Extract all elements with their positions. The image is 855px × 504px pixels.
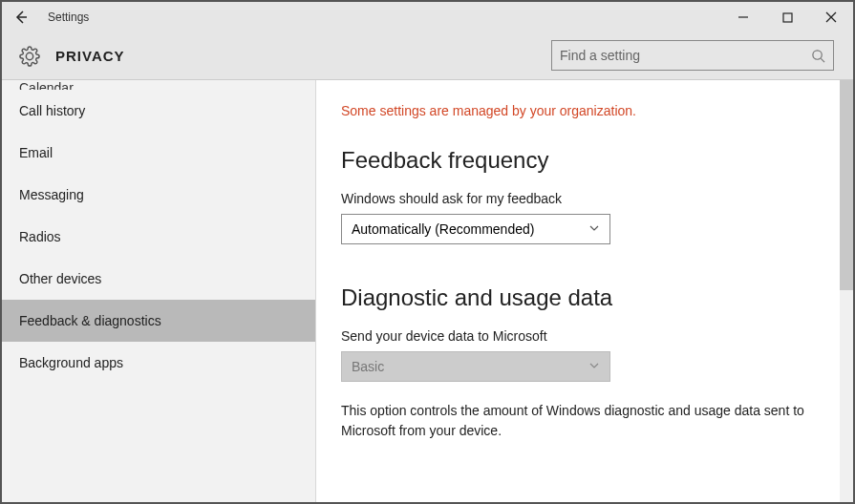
svg-point-1: [813, 50, 822, 58]
sidebar-item-call-history[interactable]: Call history: [2, 90, 315, 132]
chevron-down-icon: [588, 222, 600, 237]
section-title-diagnostic: Diagnostic and usage data: [341, 284, 819, 311]
content-pane: Some settings are managed by your organi…: [315, 80, 853, 502]
minimize-button[interactable]: [721, 2, 765, 32]
sidebar-item-cutoff[interactable]: Calendar: [2, 80, 315, 90]
sidebar-item-email[interactable]: Email: [2, 132, 315, 174]
page-title: PRIVACY: [55, 48, 125, 64]
section-title-feedback: Feedback frequency: [341, 147, 819, 174]
sidebar-item-label: Call history: [19, 103, 85, 118]
title-bar: Settings: [2, 2, 853, 32]
gear-icon: [19, 46, 40, 67]
sidebar-item-other-devices[interactable]: Other devices: [2, 258, 315, 300]
svg-rect-0: [783, 13, 792, 22]
arrow-left-icon: [13, 10, 29, 25]
feedback-frequency-select[interactable]: Automatically (Recommended): [341, 214, 610, 244]
sidebar-item-label: Messaging: [19, 187, 84, 202]
diagnostic-data-select: Basic: [341, 351, 610, 382]
select-value: Basic: [352, 359, 384, 374]
feedback-frequency-label: Windows should ask for my feedback: [341, 191, 819, 206]
maximize-button[interactable]: [765, 2, 809, 32]
search-icon: [811, 49, 825, 63]
organization-notice: Some settings are managed by your organi…: [341, 103, 819, 118]
sidebar-item-label: Email: [19, 145, 53, 160]
window-title: Settings: [48, 10, 89, 24]
diagnostic-data-label: Send your device data to Microsoft: [341, 328, 819, 344]
sidebar-item-label: Background apps: [19, 355, 123, 370]
search-input[interactable]: [560, 48, 811, 63]
sidebar-item-radios[interactable]: Radios: [2, 216, 315, 258]
close-icon: [825, 11, 837, 23]
maximize-icon: [782, 12, 793, 23]
sidebar-item-label: Other devices: [19, 271, 101, 286]
sidebar-item-label: Feedback & diagnostics: [19, 313, 161, 328]
sidebar: Calendar Call history Email Messaging Ra…: [2, 80, 315, 502]
sidebar-item-messaging[interactable]: Messaging: [2, 174, 315, 216]
body: Calendar Call history Email Messaging Ra…: [2, 80, 853, 502]
header: PRIVACY: [2, 32, 853, 80]
scrollbar-thumb[interactable]: [840, 80, 853, 290]
close-button[interactable]: [809, 2, 853, 32]
back-button[interactable]: [2, 2, 40, 32]
diagnostic-description: This option controls the amount of Windo…: [341, 401, 819, 441]
sidebar-item-label: Radios: [19, 229, 61, 244]
select-value: Automatically (Recommended): [352, 221, 534, 237]
sidebar-item-background-apps[interactable]: Background apps: [2, 342, 315, 384]
minimize-icon: [737, 11, 749, 23]
chevron-down-icon: [588, 360, 600, 374]
sidebar-item-feedback-diagnostics[interactable]: Feedback & diagnostics: [2, 300, 315, 342]
window-controls: [721, 2, 853, 32]
search-box[interactable]: [551, 40, 834, 71]
scrollbar[interactable]: [840, 80, 853, 502]
